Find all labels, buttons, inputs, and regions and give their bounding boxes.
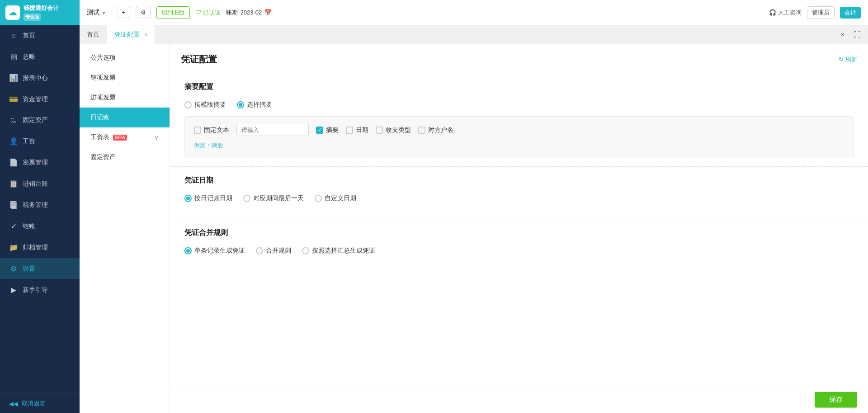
radio-period-last[interactable]: 对应期间最后一天 — [243, 194, 304, 202]
sidebar-item-tax[interactable]: 📑 税务管理 — [0, 194, 80, 216]
sidebar: ☁ 畅捷通好会计 专业版 ⌂ 首页 ▤ 总账 📊 报表中心 💳 资金管理 🗂 固… — [0, 0, 80, 413]
support-label: 人工咨询 — [778, 9, 802, 17]
tab-voucher-config[interactable]: 凭证配置 × — [107, 25, 155, 44]
role-btn[interactable]: 会计 — [840, 7, 861, 19]
nav-item-public[interactable]: 公共选项 — [80, 48, 170, 68]
sidebar-item-assets-label: 固定资产 — [23, 116, 48, 124]
form-title: 凭证配置 — [181, 53, 217, 66]
date-section: 凭证日期 按日记账日期 对应期间最后一天 自定义日期 — [170, 166, 868, 219]
radio-template-circle — [184, 101, 192, 108]
sidebar-item-payroll[interactable]: 👤 工资 — [0, 131, 80, 152]
example-text-content: 例如：摘要 — [194, 142, 223, 149]
checkbox-summary[interactable]: 摘要 — [316, 126, 339, 134]
left-nav: 公共选项 销项发票 进项发票 日记账 工资表 NEW ∨ 固定资产 — [80, 44, 170, 413]
radio-custom-date-circle — [315, 195, 322, 202]
date-radio-group: 按日记账日期 对应期间最后一天 自定义日期 — [184, 194, 854, 202]
guide-icon: ▶ — [9, 286, 18, 294]
refresh-btn[interactable]: ↻ 刷新 — [839, 56, 857, 64]
checkbox-date[interactable]: 日期 — [346, 126, 368, 134]
topbar-right: 🎧 人工咨询 管理员 会计 — [769, 6, 861, 19]
radio-select-summary[interactable]: 选择摘要 — [237, 101, 272, 109]
radio-custom-date[interactable]: 自定义日期 — [315, 194, 356, 202]
assets-icon: 🗂 — [9, 116, 18, 124]
merge-radio-group: 单条记录生成凭证 合并规则 按照选择汇总生成凭证 — [184, 247, 854, 255]
radio-single-record[interactable]: 单条记录生成凭证 — [184, 247, 245, 255]
ledger-icon: ▤ — [9, 52, 18, 61]
sidebar-item-guide[interactable]: ▶ 新手引导 — [0, 279, 80, 300]
content-area: 公共选项 销项发票 进项发票 日记账 工资表 NEW ∨ 固定资产 — [80, 44, 868, 413]
radio-period-last-circle — [243, 195, 250, 202]
sidebar-item-assets[interactable]: 🗂 固定资产 — [0, 110, 80, 131]
arrow-left-icon: ◀◀ — [9, 400, 18, 407]
radio-template-summary[interactable]: 按模版摘要 — [184, 101, 226, 109]
radio-journal-date[interactable]: 按日记账日期 — [184, 194, 232, 202]
sidebar-item-ledger[interactable]: ▤ 总账 — [0, 46, 80, 67]
merge-section: 凭证合并规则 单条记录生成凭证 合并规则 按照选择汇总生成凭证 — [170, 219, 868, 271]
refresh-icon: ↻ — [839, 56, 844, 63]
radio-period-last-label: 对应期间最后一天 — [253, 194, 304, 202]
summary-section-title: 摘要配置 — [184, 82, 854, 92]
project-name-text: 测试 — [87, 9, 99, 17]
payroll-icon: 👤 — [9, 137, 18, 145]
checkbox-income-type-box — [376, 127, 383, 134]
form-area: 凭证配置 ↻ 刷新 摘要配置 按模版摘要 — [170, 44, 868, 386]
nav-item-payroll-table[interactable]: 工资表 NEW ∨ — [80, 127, 170, 147]
sidebar-item-invoice[interactable]: 📄 发票管理 — [0, 152, 80, 173]
calendar-icon[interactable]: 📅 — [264, 9, 272, 16]
support-btn[interactable]: 🎧 人工咨询 — [769, 9, 802, 17]
reports-icon: 📊 — [9, 74, 18, 82]
radio-select-summary-circle — [302, 247, 309, 254]
add-btn[interactable]: + — [117, 7, 130, 18]
nav-item-public-label: 公共选项 — [90, 54, 116, 62]
nav-item-journal[interactable]: 日记账 — [80, 108, 170, 127]
checkbox-fixed-text[interactable]: 固定文本 — [194, 126, 229, 134]
close-window-btn[interactable]: × — [835, 28, 850, 42]
save-button[interactable]: 保存 — [815, 392, 857, 408]
radio-merge-rules[interactable]: 合并规则 — [256, 247, 291, 255]
nav-item-purchase-invoice[interactable]: 进项发票 — [80, 88, 170, 108]
sidebar-item-funds[interactable]: 💳 资金管理 — [0, 89, 80, 110]
cancel-fixed-btn[interactable]: ◀◀ 取消固定 — [0, 394, 80, 413]
checkbox-counterparty[interactable]: 对方户名 — [418, 126, 453, 134]
tab-home[interactable]: 首页 — [80, 25, 107, 44]
radio-single-label: 单条记录生成凭证 — [194, 247, 245, 255]
app-badge: 专业版 — [24, 14, 41, 21]
settings-btn[interactable]: ⚙ — [136, 7, 151, 18]
example-text: 例如：摘要 — [194, 141, 844, 150]
user-btn[interactable]: 管理员 — [807, 6, 835, 19]
summary-label: 摘要 — [326, 126, 339, 134]
sidebar-item-invoice-label: 发票管理 — [23, 159, 48, 167]
switch-old-btn[interactable]: 切到旧版 — [156, 6, 190, 19]
sidebar-item-reports[interactable]: 📊 报表中心 — [0, 67, 80, 89]
checkbox-income-type[interactable]: 收支类型 — [376, 126, 411, 134]
verified-badge: 🛡 已认证 — [195, 9, 221, 17]
summary-config-box: 固定文本 摘要 日期 — [184, 116, 854, 157]
tab-close-icon[interactable]: × — [144, 32, 147, 38]
sidebar-item-checkout[interactable]: ✓ 结账 — [0, 216, 80, 237]
radio-merge-rules-circle — [256, 247, 263, 254]
sidebar-item-settings[interactable]: ⚙ 设置 — [0, 258, 80, 279]
income-type-label: 收支类型 — [386, 126, 411, 134]
headset-icon: 🎧 — [769, 9, 776, 16]
new-badge: NEW — [113, 135, 127, 141]
sidebar-item-inventory[interactable]: 📋 进销台账 — [0, 173, 80, 194]
topbar-divider-1 — [111, 8, 111, 17]
nav-item-fixed-assets-label: 固定资产 — [90, 153, 116, 161]
chevron-down-icon[interactable]: ▾ — [102, 9, 105, 16]
project-name: 测试 ▾ — [87, 9, 105, 17]
sidebar-item-inventory-label: 进销台账 — [23, 180, 48, 188]
radio-select-circle — [237, 101, 244, 108]
radio-select-summary-merge[interactable]: 按照选择汇总生成凭证 — [302, 247, 375, 255]
sidebar-item-settings-label: 设置 — [23, 265, 35, 273]
checkbox-counterparty-box — [418, 127, 425, 134]
radio-select-summary-label: 按照选择汇总生成凭证 — [312, 247, 375, 255]
sidebar-item-home[interactable]: ⌂ 首页 — [0, 25, 80, 46]
nav-item-sales-invoice[interactable]: 销项发票 — [80, 68, 170, 88]
fixed-text-input[interactable] — [236, 124, 309, 136]
sidebar-item-archive[interactable]: 📁 归档管理 — [0, 237, 80, 258]
nav-item-fixed-assets[interactable]: 固定资产 — [80, 147, 170, 167]
sidebar-item-home-label: 首页 — [23, 32, 35, 40]
date-section-title: 凭证日期 — [184, 176, 854, 185]
topbar: 测试 ▾ + ⚙ 切到旧版 🛡 已认证 账期 2023-02 📅 🎧 人工咨询 … — [80, 0, 868, 25]
expand-window-btn[interactable]: ⛶ — [850, 28, 864, 42]
